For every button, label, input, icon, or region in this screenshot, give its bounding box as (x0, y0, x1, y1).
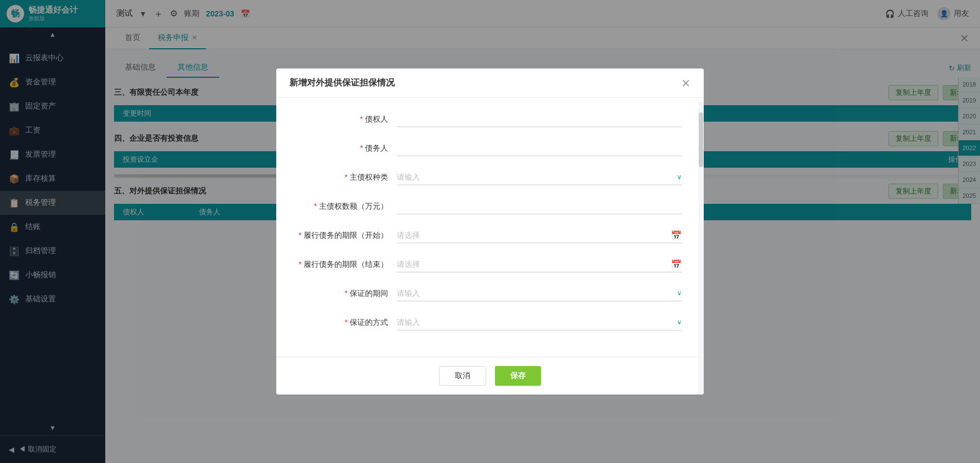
save-button[interactable]: 保存 (495, 366, 541, 386)
claim-type-input[interactable] (397, 169, 677, 185)
label-claim-amount: * 主债权数额（万元） (298, 202, 397, 212)
guarantee-method-dropdown-icon[interactable]: ∨ (677, 318, 682, 326)
label-period-start: * 履行债务的期限（开始） (298, 231, 397, 241)
form-row-claim-type: * 主债权种类 ∨ (298, 169, 682, 185)
guarantee-method-input[interactable] (397, 315, 677, 330)
form-row-claim-amount: * 主债权数额（万元） (298, 198, 682, 214)
claim-type-dropdown-icon[interactable]: ∨ (677, 173, 682, 181)
modal-header: 新增对外提供保证担保情况 ✕ (276, 68, 704, 98)
modal-body: * 债权人 * 债务人 * (276, 98, 704, 357)
modal-close-button[interactable]: ✕ (681, 78, 691, 89)
form-row-creditor: * 债权人 (298, 111, 682, 127)
modal-scrollbar[interactable] (698, 101, 704, 395)
debtor-input[interactable] (397, 140, 682, 156)
period-start-input[interactable] (397, 227, 671, 243)
label-guarantee-method: * 保证的方式 (298, 318, 397, 328)
guarantee-period-input[interactable] (397, 285, 677, 301)
modal-title: 新增对外提供保证担保情况 (289, 77, 395, 89)
period-end-input[interactable] (397, 256, 671, 272)
form-row-guarantee-method: * 保证的方式 ∨ (298, 315, 682, 330)
form-row-guarantee-period: * 保证的期间 ∨ (298, 285, 682, 301)
label-period-end: * 履行债务的期限（结束） (298, 260, 397, 270)
claim-amount-input[interactable] (397, 198, 682, 214)
creditor-input[interactable] (397, 111, 682, 127)
input-wrapper-claim-amount (397, 198, 682, 214)
modal-footer: 取消 保存 (276, 357, 704, 395)
label-claim-type: * 主债权种类 (298, 173, 397, 182)
period-start-calendar-icon[interactable]: 📅 (671, 230, 682, 241)
input-wrapper-guarantee-method: ∨ (397, 315, 682, 330)
form-row-period-start: * 履行债务的期限（开始） 📅 (298, 227, 682, 243)
modal-scrollbar-thumb (699, 112, 703, 167)
guarantee-period-dropdown-icon[interactable]: ∨ (677, 289, 682, 297)
label-debtor: * 债务人 (298, 144, 397, 153)
modal-dialog: 新增对外提供保证担保情况 ✕ * 债权人 * 债务人 (276, 68, 704, 395)
label-guarantee-period: * 保证的期间 (298, 289, 397, 299)
input-wrapper-guarantee-period: ∨ (397, 285, 682, 301)
input-wrapper-creditor (397, 111, 682, 127)
form-row-period-end: * 履行债务的期限（结束） 📅 (298, 256, 682, 272)
input-wrapper-period-end: 📅 (397, 256, 682, 272)
input-wrapper-claim-type: ∨ (397, 169, 682, 185)
input-wrapper-period-start: 📅 (397, 227, 682, 243)
modal-overlay: 新增对外提供保证担保情况 ✕ * 债权人 * 债务人 (0, 0, 980, 463)
form-row-debtor: * 债务人 (298, 140, 682, 156)
input-wrapper-debtor (397, 140, 682, 156)
period-end-calendar-icon[interactable]: 📅 (671, 259, 682, 270)
label-creditor: * 债权人 (298, 115, 397, 124)
cancel-button[interactable]: 取消 (439, 366, 486, 386)
